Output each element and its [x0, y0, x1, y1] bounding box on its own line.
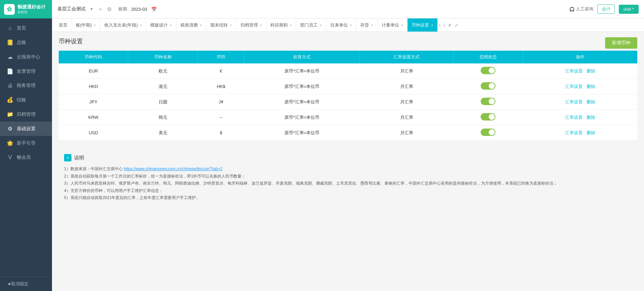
sidebar-pin-toggle[interactable]: ◄取消固定	[0, 277, 52, 291]
enabled-toggle[interactable]	[481, 82, 495, 90]
sidebar-item-invoice[interactable]: 📄发票管理	[0, 64, 52, 79]
company-dropdown-icon[interactable]: ▼	[90, 7, 94, 11]
enabled-toggle[interactable]	[481, 67, 495, 74]
tab-tax[interactable]: 税表清册 ×	[176, 18, 206, 32]
sidebar: 会 畅捷通好会计 旗舰版 ⌂首页📒总账☁云报表中心📄发票管理🖨税务管理💰结账📁归…	[0, 0, 52, 291]
tab-nav-prev[interactable]: ‹	[438, 22, 442, 28]
tab-inventory[interactable]: 存货 ×	[356, 18, 377, 32]
cell-3: 原币*汇率=本位币	[244, 94, 360, 110]
tab-label: 存货	[360, 22, 369, 28]
sidebar-item-member[interactable]: V畅会员	[0, 150, 52, 164]
enabled-toggle[interactable]	[481, 98, 495, 105]
cell-0: JPY	[59, 94, 128, 110]
cell-4: 月汇率	[360, 125, 453, 141]
tab-close-icon[interactable]: ×	[140, 23, 142, 27]
sidebar-item-tax[interactable]: 🖨税务管理	[0, 79, 52, 93]
sidebar-item-ledger[interactable]: 📒总账	[0, 35, 52, 50]
sidebar-item-label: 基础设置	[17, 126, 36, 132]
help-button[interactable]: 🎧 人工咨询	[569, 6, 593, 12]
tab-close-icon[interactable]: ×	[200, 23, 202, 27]
tab-account_init[interactable]: 科目期初 ×	[266, 18, 296, 32]
tab-close-icon[interactable]: ×	[371, 23, 373, 27]
title-row: 币种设置 新增币种	[59, 37, 637, 51]
reports-icon: ☁	[7, 54, 13, 60]
rate-settings-link[interactable]: 汇率设置	[565, 99, 583, 104]
calendar-icon[interactable]: 📅	[151, 7, 157, 12]
add-company-icon[interactable]: ＋	[98, 6, 103, 13]
tab-unit[interactable]: 计量单位 ×	[378, 18, 408, 32]
logo-text-block: 畅捷通好会计 旗舰版	[17, 4, 46, 14]
guide-icon: 🌟	[7, 140, 13, 146]
tab-close-icon[interactable]: ×	[350, 23, 352, 27]
enabled-toggle[interactable]	[481, 129, 495, 136]
tab-income[interactable]: 收入支出表(年报) ×	[100, 18, 146, 32]
tab-close-icon[interactable]: ×	[431, 23, 433, 27]
tab-nav-next[interactable]: ›	[442, 22, 446, 28]
table-row: EUR欧元€原币*汇率=本位币月汇率汇率设置删除	[59, 63, 637, 79]
sidebar-item-home[interactable]: ⌂首页	[0, 21, 52, 35]
notes-link[interactable]: https://www.chinamoney.com.cn/chinese/bk…	[124, 166, 222, 171]
notes-title-text: 说明	[74, 155, 84, 161]
delete-link[interactable]: 删除	[587, 99, 595, 104]
sidebar-item-reports[interactable]: ☁云报表中心	[0, 50, 52, 64]
tab-label: 往来单位	[330, 22, 348, 28]
tab-dept[interactable]: 部门员工 ×	[296, 18, 326, 32]
notes-icon: ≡	[64, 154, 71, 161]
tab-template[interactable]: 模版设计 ×	[146, 18, 176, 32]
tab-currency[interactable]: 币种设置 ×	[408, 18, 437, 32]
tab-close-icon[interactable]: ×	[320, 23, 322, 27]
tab-home[interactable]: 首页	[55, 18, 72, 32]
invoice-icon: 📄	[7, 68, 13, 75]
tab-close-icon[interactable]: ×	[260, 23, 262, 27]
tab-expand-icon[interactable]: ⤢	[453, 22, 460, 28]
rate-settings-link[interactable]: 汇率设置	[565, 84, 583, 89]
tab-close-icon[interactable]: ×	[94, 23, 96, 27]
tab-period[interactable]: 账(中期) ×	[72, 18, 100, 32]
notes-list: 1）数据来源：中国外汇交易中心 https://www.chinamoney.c…	[64, 165, 632, 202]
main-area: 基层工会测试 ▼ ＋ ⚙ 账期 2023-03 📅 🎧 人工咨询 会计 iAM …	[52, 0, 644, 291]
delete-link[interactable]: 删除	[587, 84, 595, 89]
tab-label: 期末结转	[210, 22, 228, 28]
cell-2: $	[198, 125, 244, 141]
cell-enabled	[453, 110, 523, 125]
tab-archive[interactable]: 归档管理 ×	[236, 18, 266, 32]
rate-settings-link[interactable]: 汇率设置	[565, 130, 583, 135]
tab-close-icon[interactable]: ×	[290, 23, 292, 27]
sidebar-item-label: 畅会员	[17, 154, 31, 160]
delete-link[interactable]: 删除	[587, 115, 595, 120]
new-currency-button[interactable]: 新增币种	[605, 37, 637, 49]
tab-close-icon[interactable]: ×	[170, 23, 172, 27]
delete-link[interactable]: 删除	[587, 68, 595, 74]
sidebar-item-guide[interactable]: 🌟新手引导	[0, 136, 52, 150]
settings-icon[interactable]: ⚙	[107, 6, 112, 12]
header-right: 🎧 人工咨询 会计 iAM *	[569, 4, 639, 14]
tab-close-icon[interactable]: ×	[230, 23, 232, 27]
logo-text: 畅捷通好会计	[17, 4, 46, 10]
sidebar-logo: 会 畅捷通好会计 旗舰版	[0, 0, 52, 18]
rate-settings-link[interactable]: 汇率设置	[565, 115, 583, 120]
cell-1: 韩元	[128, 110, 198, 125]
table-row: JPY日圆J¥原币*汇率=本位币月汇率汇率设置删除	[59, 94, 637, 110]
cell-3: 原币*汇率=本位币	[244, 63, 360, 79]
sidebar-item-checkout[interactable]: 💰结账	[0, 93, 52, 107]
tab-close-all-icon[interactable]: ✕	[446, 22, 453, 28]
enabled-toggle[interactable]	[481, 113, 495, 120]
rate-settings-link[interactable]: 汇率设置	[565, 68, 583, 74]
sidebar-item-archive[interactable]: 📁归档管理	[0, 107, 52, 122]
help-label: 人工咨询	[576, 6, 593, 12]
user-button[interactable]: iAM *	[619, 5, 639, 14]
note-item-2: 3）人民币对马来西亚林吉特、俄罗斯卢布、南非兰特、韩元、阿联酋迪拉姆、沙特里亚尔…	[64, 180, 632, 187]
logo-icon: 会	[4, 4, 15, 15]
member-icon: V	[7, 154, 13, 160]
cell-actions: 汇率设置删除	[523, 63, 637, 79]
archive-icon: 📁	[7, 111, 13, 117]
cell-actions: 汇率设置删除	[523, 110, 637, 125]
table-row: USD美元$原币*汇率=本位币月汇率汇率设置删除	[59, 125, 637, 141]
cell-0: KRW	[59, 110, 128, 125]
tab-period_end[interactable]: 期末结转 ×	[206, 18, 236, 32]
tab-close-icon[interactable]: ×	[401, 23, 403, 27]
delete-link[interactable]: 删除	[587, 130, 595, 135]
account-button[interactable]: 会计	[597, 4, 615, 14]
sidebar-item-settings[interactable]: ⚙基础设置	[0, 122, 52, 136]
tab-supplier[interactable]: 往来单位 ×	[326, 18, 356, 32]
